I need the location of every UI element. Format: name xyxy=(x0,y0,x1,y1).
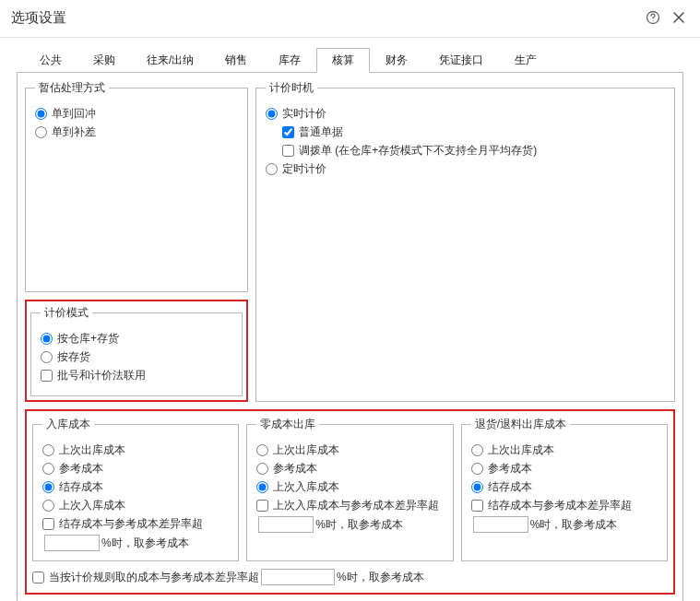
radio-realtime-label: 实时计价 xyxy=(282,106,326,122)
radio-periodic-label: 定时计价 xyxy=(282,161,326,177)
checkbox-in-diff-label: 结存成本与参考成本差异率超 xyxy=(59,516,203,532)
radio-in-balance-label: 结存成本 xyxy=(59,479,103,495)
tab-inventory[interactable]: 库存 xyxy=(263,48,316,73)
checkbox-global-diff[interactable] xyxy=(32,572,44,583)
group-pricing-mode: 计价模式 按仓库+存货 按存货 批号和计价法联用 xyxy=(30,305,243,396)
radio-zero-lastin[interactable]: 上次入库成本 xyxy=(256,479,443,495)
tab-finance[interactable]: 财务 xyxy=(370,48,423,73)
checkbox-ret-diff-label: 结存成本与参考成本差异率超 xyxy=(488,498,632,513)
dialog-title: 选项设置 xyxy=(11,9,66,27)
highlight-pricing-mode: 计价模式 按仓库+存货 按存货 批号和计价法联用 xyxy=(25,300,248,402)
input-global-diff-pct[interactable] xyxy=(261,569,335,585)
radio-ret-balance-label: 结存成本 xyxy=(488,479,532,495)
group-zero-cost: 零成本出库 上次出库成本 参考成本 上次入库成本 上次入库成本与参考成本差异率超… xyxy=(246,417,453,561)
radio-in-balance[interactable]: 结存成本 xyxy=(42,479,229,495)
tab-purchase[interactable]: 采购 xyxy=(77,48,131,73)
radio-by-item[interactable]: 按存货 xyxy=(41,349,232,365)
input-zero-diff-pct[interactable] xyxy=(258,516,314,533)
group-zero-cost-legend: 零成本出库 xyxy=(256,417,319,432)
radio-in-ref-label: 参考成本 xyxy=(59,461,103,477)
global-diff-prefix: 当按计价规则取的成本与参考成本差异率超 xyxy=(49,570,259,585)
zero-diff-suffix: %时，取参考成本 xyxy=(315,517,403,533)
radio-in-ref[interactable]: 参考成本 xyxy=(42,461,229,477)
checkbox-ret-diff[interactable]: 结存成本与参考成本差异率超 xyxy=(471,498,658,513)
checkbox-transfer-doc-label: 调拨单 (在仓库+存货模式下不支持全月平均存货) xyxy=(299,143,537,159)
close-icon[interactable] xyxy=(669,7,689,28)
radio-ret-ref[interactable]: 参考成本 xyxy=(471,461,658,477)
tab-cashier[interactable]: 往来/出纳 xyxy=(131,48,209,73)
radio-by-wh-item-label: 按仓库+存货 xyxy=(57,331,119,347)
group-in-cost: 入库成本 上次出库成本 参考成本 结存成本 上次入库成本 结存成本与参考成本差异… xyxy=(32,417,239,561)
radio-estimate-rollback-label: 单到回冲 xyxy=(52,106,96,122)
tab-production[interactable]: 生产 xyxy=(499,48,552,73)
radio-zero-lastout[interactable]: 上次出库成本 xyxy=(256,442,443,458)
radio-in-lastout-label: 上次出库成本 xyxy=(59,442,125,458)
tab-public[interactable]: 公共 xyxy=(24,48,77,73)
radio-estimate-diff-label: 单到补差 xyxy=(52,124,96,140)
checkbox-batch-link-label: 批号和计价法联用 xyxy=(57,368,146,383)
tabs: 公共 采购 往来/出纳 销售 库存 核算 财务 凭证接口 生产 xyxy=(17,47,683,73)
radio-ret-ref-label: 参考成本 xyxy=(488,461,532,477)
input-in-diff-pct[interactable] xyxy=(44,535,100,551)
radio-estimate-rollback[interactable]: 单到回冲 xyxy=(35,106,238,122)
checkbox-in-diff[interactable]: 结存成本与参考成本差异率超 xyxy=(42,516,229,532)
tab-costing[interactable]: 核算 xyxy=(316,48,370,73)
radio-zero-lastin-label: 上次入库成本 xyxy=(273,479,339,495)
group-timing: 计价时机 实时计价 普通单据 调拨单 (在仓库+存货模式下不支持全月平均存货) … xyxy=(255,80,675,402)
radio-periodic[interactable]: 定时计价 xyxy=(266,161,665,177)
global-diff-suffix: %时，取参考成本 xyxy=(337,570,424,585)
radio-ret-lastout-label: 上次出库成本 xyxy=(488,442,554,458)
checkbox-normal-doc[interactable]: 普通单据 xyxy=(282,124,665,140)
radio-realtime[interactable]: 实时计价 xyxy=(266,106,665,122)
tab-sales[interactable]: 销售 xyxy=(209,48,263,73)
checkbox-zero-diff[interactable]: 上次入库成本与参考成本差异率超 xyxy=(256,498,443,513)
group-pricing-mode-legend: 计价模式 xyxy=(41,305,92,321)
help-icon[interactable] xyxy=(643,7,663,28)
radio-zero-lastout-label: 上次出库成本 xyxy=(273,442,339,458)
checkbox-normal-doc-label: 普通单据 xyxy=(299,124,343,140)
highlight-cost-rules: 入库成本 上次出库成本 参考成本 结存成本 上次入库成本 结存成本与参考成本差异… xyxy=(25,409,675,595)
tab-voucher[interactable]: 凭证接口 xyxy=(423,48,499,73)
group-return-cost: 退货/退料出库成本 上次出库成本 参考成本 结存成本 结存成本与参考成本差异率超… xyxy=(461,417,668,561)
checkbox-batch-link[interactable]: 批号和计价法联用 xyxy=(41,368,232,383)
radio-in-lastin[interactable]: 上次入库成本 xyxy=(42,498,229,513)
group-in-cost-legend: 入库成本 xyxy=(42,417,94,432)
radio-ret-balance[interactable]: 结存成本 xyxy=(471,479,658,495)
radio-estimate-diff[interactable]: 单到补差 xyxy=(35,124,238,140)
in-diff-suffix: %时，取参考成本 xyxy=(101,536,189,551)
radio-by-wh-item[interactable]: 按仓库+存货 xyxy=(41,331,232,347)
group-return-cost-legend: 退货/退料出库成本 xyxy=(471,417,570,432)
radio-ret-lastout[interactable]: 上次出库成本 xyxy=(471,442,658,458)
group-timing-legend: 计价时机 xyxy=(266,80,317,96)
checkbox-transfer-doc[interactable]: 调拨单 (在仓库+存货模式下不支持全月平均存货) xyxy=(282,143,665,159)
radio-zero-ref-label: 参考成本 xyxy=(273,461,317,477)
svg-point-1 xyxy=(652,20,653,21)
checkbox-zero-diff-label: 上次入库成本与参考成本差异率超 xyxy=(273,498,439,513)
input-ret-diff-pct[interactable] xyxy=(473,516,528,533)
radio-in-lastin-label: 上次入库成本 xyxy=(59,498,125,513)
group-estimate-legend: 暂估处理方式 xyxy=(35,80,109,96)
radio-in-lastout[interactable]: 上次出库成本 xyxy=(42,442,229,458)
radio-zero-ref[interactable]: 参考成本 xyxy=(256,461,443,477)
group-estimate: 暂估处理方式 单到回冲 单到补差 xyxy=(25,80,248,292)
ret-diff-suffix: %时，取参考成本 xyxy=(530,517,618,533)
radio-by-item-label: 按存货 xyxy=(57,349,90,365)
